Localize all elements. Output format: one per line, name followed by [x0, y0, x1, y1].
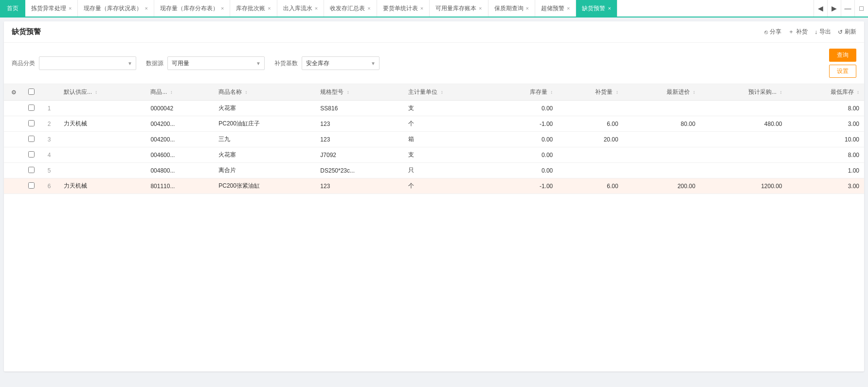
tab-nav-right[interactable]: ▶ — [827, 0, 841, 17]
tab-close-7[interactable]: × — [479, 5, 482, 11]
tab-label-7: 可用量库存账本 — [435, 4, 476, 13]
tab-close-1[interactable]: × — [145, 5, 147, 11]
table-row: 4 004600... 火花塞 J7092 支 0.00 8.00 — [4, 147, 864, 163]
tab-close-2[interactable]: × — [221, 5, 224, 11]
tab-item-7[interactable]: 可用量库存账本 × — [430, 0, 488, 17]
tab-item-10[interactable]: 缺货预警 × — [576, 0, 617, 17]
th-replenish[interactable]: 补货量 ↕ — [558, 84, 623, 101]
data-table: ⚙ 默认供应... ↕ 商品... ↕ 商品名称 ↕ — [4, 84, 864, 194]
page-container: 缺货预警 ⎋ 分享 ＋ 补货 ↓ 导出 ↺ 刷新 商品分类 — [4, 21, 864, 371]
th-product-name-sort-icon: ↕ — [245, 89, 248, 95]
row-gear-2[interactable] — [4, 132, 23, 147]
row-unit-5: 个 — [403, 178, 492, 194]
share-action[interactable]: ⎋ 分享 — [764, 28, 781, 36]
row-replenish-4 — [558, 163, 623, 178]
tab-nav-left[interactable]: ◀ — [814, 0, 827, 17]
tab-item-5[interactable]: 收发存汇总表 × — [324, 0, 377, 17]
row-replenish-1: 6.00 — [558, 116, 623, 132]
row-estimated-purchase-4 — [700, 163, 787, 178]
row-code-1: 004200... — [145, 116, 214, 132]
th-unit[interactable]: 主计量单位 ↕ — [403, 84, 492, 101]
th-stock[interactable]: 库存量 ↕ — [492, 84, 558, 101]
row-checkbox-2[interactable] — [28, 136, 35, 142]
row-spec-2: 123 — [315, 132, 403, 147]
tab-item-3[interactable]: 库存批次账 × — [230, 0, 277, 17]
row-gear-4[interactable] — [4, 163, 23, 178]
category-select[interactable] — [39, 56, 136, 70]
row-checkbox-4[interactable] — [28, 167, 35, 173]
row-min-stock-5: 3.00 — [787, 178, 864, 194]
row-replenish-2: 20.00 — [558, 132, 623, 147]
th-latest-price[interactable]: 最新进价 ↕ — [623, 84, 700, 101]
row-checkbox-5[interactable] — [28, 182, 35, 189]
row-latest-price-4 — [623, 163, 700, 178]
th-estimated-purchase[interactable]: 预计采购... ↕ — [700, 84, 787, 101]
row-gear-0[interactable] — [4, 101, 23, 116]
query-button[interactable]: 查询 — [829, 49, 856, 62]
replenish-base-filter-group: 补货基数 安全库存 最低库存 — [274, 56, 380, 70]
row-latest-price-5: 200.00 — [623, 178, 700, 194]
tab-label-10: 缺货预警 — [582, 4, 605, 13]
th-supplier[interactable]: 默认供应... ↕ — [59, 84, 145, 101]
tab-home[interactable]: 首页 — [0, 0, 25, 17]
tab-close-10[interactable]: × — [608, 5, 611, 11]
tab-item-4[interactable]: 出入库流水 × — [277, 0, 324, 17]
row-name-0: 火花塞 — [214, 101, 315, 116]
tab-close-6[interactable]: × — [420, 5, 423, 11]
row-name-3: 火花塞 — [214, 147, 315, 163]
row-num-3: 4 — [39, 147, 59, 163]
tab-item-6[interactable]: 要货单统计表 × — [377, 0, 430, 17]
settings-button[interactable]: 设置 — [829, 65, 856, 78]
tab-item-2[interactable]: 现存量（库存分布表） × — [154, 0, 230, 17]
th-estimated-purchase-label: 预计采购... — [748, 88, 777, 95]
row-replenish-0 — [558, 101, 623, 116]
tab-minimize[interactable]: — — [841, 0, 854, 17]
tab-item-9[interactable]: 超储预警 × — [535, 0, 576, 17]
row-checkbox-1[interactable] — [28, 120, 35, 126]
row-gear-5[interactable] — [4, 178, 23, 194]
header-actions: ⎋ 分享 ＋ 补货 ↓ 导出 ↺ 刷新 — [764, 28, 856, 36]
row-unit-2: 箱 — [403, 132, 492, 147]
row-name-2: 三九 — [214, 132, 315, 147]
th-min-stock[interactable]: 最低库存 ↕ — [787, 84, 864, 101]
th-gear[interactable]: ⚙ — [4, 84, 23, 101]
replenish-base-select[interactable]: 安全库存 最低库存 — [302, 56, 380, 70]
th-spec[interactable]: 规格型号 ↕ — [315, 84, 403, 101]
replenish-base-select-wrapper: 安全库存 最低库存 — [302, 56, 380, 70]
select-all-checkbox[interactable] — [28, 88, 35, 95]
tab-label-1: 现存量（库存状况表） — [84, 4, 142, 13]
th-product-code[interactable]: 商品... ↕ — [145, 84, 214, 101]
refresh-label: 刷新 — [845, 28, 856, 36]
tab-item-8[interactable]: 保质期查询 × — [488, 0, 535, 17]
row-gear-3[interactable] — [4, 147, 23, 163]
tab-close-3[interactable]: × — [268, 5, 271, 11]
tab-item-0[interactable]: 拣货异常处理 × — [25, 0, 78, 17]
th-product-name[interactable]: 商品名称 ↕ — [214, 84, 315, 101]
export-icon: ↓ — [814, 29, 817, 35]
row-checkbox-cell-4 — [23, 163, 39, 178]
tab-label-8: 保质期查询 — [494, 4, 524, 13]
row-latest-price-0 — [623, 101, 700, 116]
row-estimated-purchase-0 — [700, 101, 787, 116]
row-spec-5: 123 — [315, 178, 403, 194]
tab-close-4[interactable]: × — [315, 5, 318, 11]
replenish-action[interactable]: ＋ 补货 — [788, 28, 808, 36]
tab-close-8[interactable]: × — [526, 5, 529, 11]
tab-maximize[interactable]: □ — [854, 0, 868, 17]
refresh-action[interactable]: ↺ 刷新 — [838, 28, 856, 36]
datasource-select[interactable]: 可用量 库存量 — [167, 56, 265, 70]
row-checkbox-cell-3 — [23, 147, 39, 163]
row-code-5: 801110... — [145, 178, 214, 194]
row-gear-1[interactable] — [4, 116, 23, 132]
tab-close-5[interactable]: × — [367, 5, 370, 11]
tab-close-9[interactable]: × — [567, 5, 570, 11]
tab-item-1[interactable]: 现存量（库存状况表） × — [78, 0, 154, 17]
tab-close-0[interactable]: × — [69, 5, 72, 11]
row-estimated-purchase-5: 1200.00 — [700, 178, 787, 194]
row-name-4: 离合片 — [214, 163, 315, 178]
row-spec-4: DS250*23c... — [315, 163, 403, 178]
row-replenish-5: 6.00 — [558, 178, 623, 194]
export-action[interactable]: ↓ 导出 — [814, 28, 831, 36]
row-checkbox-3[interactable] — [28, 151, 35, 158]
row-checkbox-0[interactable] — [28, 105, 35, 111]
